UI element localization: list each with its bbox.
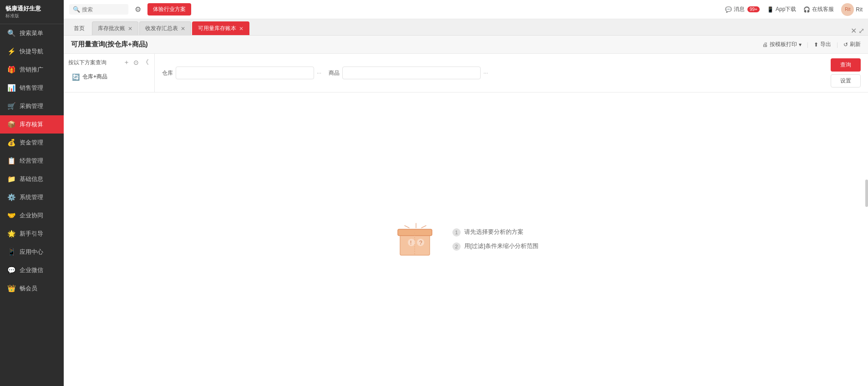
tab-receive-summary[interactable]: 收发存汇总表 ✕ [139,21,191,35]
topbar-right: 💬 消息 99+ 📱 App下载 🎧 在线客服 Rit Rit [725,3,863,16]
sidebar-item-operation[interactable]: 📋 经营管理 [0,152,64,170]
sidebar-item-appcenter[interactable]: 📱 应用中心 [0,243,64,261]
sidebar-item-label: 销售管理 [20,84,43,92]
query-button[interactable]: 查询 [831,58,861,72]
sidebar-item-label: 基础信息 [20,175,43,183]
sidebar-item-newbie[interactable]: 🌟 新手引导 [0,225,64,243]
sidebar-item-label: 企业协同 [20,211,43,220]
sales-icon: 📊 [7,84,16,92]
settings-button[interactable]: 设置 [831,74,861,87]
tab-batch-account-label: 库存批次账 [98,25,125,32]
sidebar-item-enterprise[interactable]: 🤝 企业协同 [0,206,64,225]
inventory-icon: 📦 [7,120,16,129]
tab-available-qty-close-icon[interactable]: ✕ [239,26,244,32]
wechat-icon: 💬 [7,266,16,274]
svg-line-7 [405,226,409,228]
empty-cube-svg: ! ? [393,216,439,262]
tab-receive-summary-close-icon[interactable]: ✕ [181,26,185,32]
message-badge: 99+ [747,6,760,12]
finance-icon: 💰 [7,139,16,147]
svg-text:?: ? [419,240,422,246]
warehouse-input[interactable] [176,67,314,79]
app-download-item[interactable]: 📱 App下载 [767,5,796,13]
filter-scheme-actions: ＋ ⊙ 《 [122,58,150,67]
tab-batch-account[interactable]: 库存批次账 ✕ [92,21,138,35]
sidebar-item-wechat[interactable]: 💬 企业微信 [0,261,64,279]
search-icon: 🔍 [7,29,16,37]
topbar-search-box[interactable]: 🔍 [69,4,128,15]
fullscreen-button[interactable]: ⤢ [858,26,864,35]
close-tab-button[interactable]: ✕ [851,26,857,35]
user-avatar-item[interactable]: Rit Rit [841,3,863,16]
filter-scheme-label: 按以下方案查询 [68,59,107,67]
app-icon: 📱 [767,6,774,13]
logo-sub: 标准版 [5,13,58,19]
warehouse-more-icon[interactable]: ··· [317,70,321,76]
product-more-icon[interactable]: ··· [483,70,488,76]
warehouse-label: 仓库 [162,69,173,77]
settings-scheme-button[interactable]: ⊙ [132,58,140,67]
svg-text:!: ! [410,240,411,246]
empty-state: ! ? 1 请先选择要分析的方案 2 [64,93,868,386]
shortcut-icon: ⚡ [7,47,16,56]
scheme-item-warehouse-product[interactable]: 🔄 仓库+商品 [68,70,150,83]
online-service-item[interactable]: 🎧 在线客服 [803,5,834,13]
sidebar-item-label: 企业微信 [20,266,43,274]
content-area: 可用量查询(按仓库+商品) 🖨 按模板打印 ▾ | ⬆ 导出 | ↺ 刷新 [64,36,868,386]
avatar: Rit [841,3,854,16]
tab-home-label: 首页 [74,25,85,32]
print-action[interactable]: 🖨 按模板打印 ▾ [762,41,802,48]
filter-field-warehouse: 仓库 ··· [162,67,321,79]
refresh-action[interactable]: ↺ 刷新 [843,41,861,48]
online-service-label: 在线客服 [812,5,834,13]
page-header: 可用量查询(按仓库+商品) 🖨 按模板打印 ▾ | ⬆ 导出 | ↺ 刷新 [64,36,868,54]
sidebar-item-shortcut[interactable]: ⚡ 快捷导航 [0,42,64,61]
sidebar-item-sales[interactable]: 📊 销售管理 [0,79,64,97]
message-item[interactable]: 💬 消息 99+ [725,5,760,13]
vip-icon: 👑 [7,284,16,293]
collapse-scheme-button[interactable]: 《 [142,58,150,67]
tip-number-2: 2 [452,242,461,251]
export-action[interactable]: ⬆ 导出 [814,41,831,48]
empty-tip-2: 2 用[过滤]条件来缩小分析范围 [452,242,538,251]
sidebar-item-search[interactable]: 🔍 搜索菜单 [0,24,64,42]
trial-industry-button[interactable]: 体验行业方案 [147,3,191,15]
sidebar-item-inventory[interactable]: 📦 库存核算 [0,115,64,134]
sidebar-item-label: 快捷导航 [20,47,43,56]
filter-area: 按以下方案查询 ＋ ⊙ 《 🔄 仓库+商品 仓库 ··· [64,54,868,93]
sidebar-item-basic[interactable]: 📁 基础信息 [0,170,64,188]
operation-icon: 📋 [7,157,16,165]
sidebar-item-purchase[interactable]: 🛒 采购管理 [0,97,64,115]
newbie-icon: 🌟 [7,230,16,238]
tab-available-qty[interactable]: 可用量库存账本 ✕ [192,21,249,35]
sidebar-item-vip[interactable]: 👑 畅会员 [0,279,64,298]
enterprise-icon: 🤝 [7,211,16,220]
search-input[interactable] [82,6,123,13]
tip-text-2: 用[过滤]条件来缩小分析范围 [464,242,538,250]
sidebar-item-label: 应用中心 [20,248,43,256]
service-icon: 🎧 [803,6,810,13]
sidebar-item-finance[interactable]: 💰 资金管理 [0,134,64,152]
sidebar-item-label: 系统管理 [20,193,43,201]
empty-illustration: ! ? [393,216,439,262]
tab-receive-summary-label: 收发存汇总表 [145,25,178,32]
product-input[interactable] [342,67,481,79]
print-dropdown-icon[interactable]: ▾ [799,41,802,48]
tip-number-1: 1 [452,228,461,237]
tab-home[interactable]: 首页 [67,21,91,35]
sidebar-item-label: 新手引导 [20,230,43,238]
sidebar-item-marketing[interactable]: 🎁 营销推广 [0,61,64,79]
tip-text-1: 请先选择要分析的方案 [464,228,523,236]
system-icon: ⚙️ [7,193,16,201]
filter-scheme-header: 按以下方案查询 ＋ ⊙ 《 [68,58,150,67]
scheme-icon: 🔄 [72,73,80,81]
tab-available-qty-label: 可用量库存账本 [198,25,236,32]
print-icon: 🖨 [762,41,768,48]
add-scheme-button[interactable]: ＋ [122,58,131,67]
search-icon: 🔍 [73,6,80,13]
settings-gear-icon[interactable]: ⚙ [132,4,144,15]
scroll-indicator[interactable] [865,180,868,207]
appcenter-icon: 📱 [7,248,16,256]
sidebar-item-system[interactable]: ⚙️ 系统管理 [0,188,64,206]
tab-batch-account-close-icon[interactable]: ✕ [128,26,132,32]
